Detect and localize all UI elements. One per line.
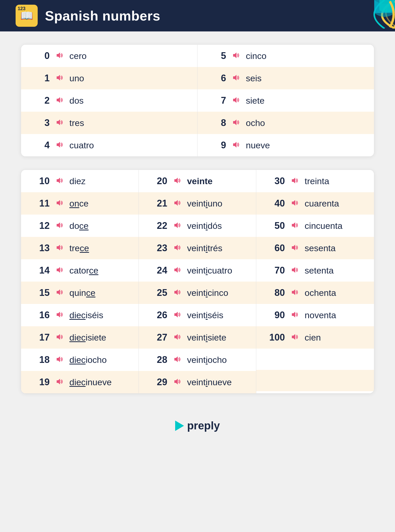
speaker-icon[interactable] xyxy=(289,265,300,276)
table-row[interactable]: 24 veinticuatro xyxy=(139,259,256,282)
table-row[interactable]: 30 treinta xyxy=(256,170,374,192)
table-row[interactable]: 23 veintitrés xyxy=(139,237,256,259)
table-row[interactable]: 15 quince xyxy=(21,282,139,304)
number-digit: 70 xyxy=(267,265,285,276)
table-row[interactable]: 50 cincuenta xyxy=(256,215,374,237)
app-logo: 📖 123 xyxy=(16,5,38,27)
speaker-icon[interactable] xyxy=(172,176,182,187)
speaker-icon[interactable] xyxy=(54,176,65,187)
table-row[interactable]: 80 ochenta xyxy=(256,282,374,304)
table-row[interactable]: 13 trece xyxy=(21,237,139,259)
number-digit: 22 xyxy=(149,220,167,231)
spanish-word: veintitrés xyxy=(187,243,222,253)
table-row[interactable]: 6 seis xyxy=(198,67,374,89)
table-row[interactable]: 60 sesenta xyxy=(256,237,374,259)
speaker-icon[interactable] xyxy=(172,355,182,365)
table-row[interactable]: 90 noventa xyxy=(256,304,374,326)
speaker-icon[interactable] xyxy=(289,288,300,298)
speaker-icon[interactable] xyxy=(54,332,65,343)
speaker-icon[interactable] xyxy=(54,73,65,84)
numbers-0-9-table: 0 cero 1 uno 2 dos 3 tres 4 cuatro xyxy=(21,44,374,157)
table-row[interactable]: 100 cien xyxy=(256,326,374,349)
speaker-icon[interactable] xyxy=(172,288,182,298)
table-row[interactable]: 22 veintidós xyxy=(139,215,256,237)
number-digit: 1 xyxy=(31,73,50,84)
main-content: 0 cero 1 uno 2 dos 3 tres 4 cuatro xyxy=(21,44,374,414)
speaker-icon[interactable] xyxy=(231,95,241,106)
table-row[interactable]: 20 veinte xyxy=(139,170,256,192)
speaker-icon[interactable] xyxy=(54,221,65,231)
speaker-icon[interactable] xyxy=(172,377,182,388)
spanish-word: siete xyxy=(246,96,265,106)
speaker-icon[interactable] xyxy=(172,221,182,231)
table-row[interactable]: 21 veintiuno xyxy=(139,192,256,215)
number-digit: 50 xyxy=(267,220,285,231)
speaker-icon[interactable] xyxy=(231,73,241,84)
number-digit: 7 xyxy=(208,95,226,106)
table-row[interactable]: 12 doce xyxy=(21,215,139,237)
speaker-icon[interactable] xyxy=(231,140,241,151)
column-30-100: 30 treinta 40 cuarenta 50 cincuenta 60 s… xyxy=(256,170,374,393)
table-row[interactable]: 19 diecinueve xyxy=(21,371,139,393)
speaker-icon[interactable] xyxy=(289,243,300,254)
spanish-word: veintiuno xyxy=(187,198,222,209)
speaker-icon[interactable] xyxy=(54,355,65,365)
table-row[interactable]: 9 nueve xyxy=(198,134,374,156)
table-row[interactable]: 8 ocho xyxy=(198,112,374,134)
spanish-word: cincuenta xyxy=(305,221,343,231)
number-digit: 19 xyxy=(31,377,50,388)
table-row[interactable]: 5 cinco xyxy=(198,45,374,67)
table-row[interactable]: 17 diecisiete xyxy=(21,326,139,349)
table-row[interactable]: 14 catorce xyxy=(21,259,139,282)
speaker-icon[interactable] xyxy=(54,243,65,254)
speaker-icon[interactable] xyxy=(172,265,182,276)
speaker-icon[interactable] xyxy=(289,332,300,343)
speaker-icon[interactable] xyxy=(289,221,300,231)
speaker-icon[interactable] xyxy=(172,243,182,254)
number-digit: 60 xyxy=(267,243,285,254)
number-digit: 5 xyxy=(208,50,226,61)
speaker-icon[interactable] xyxy=(289,310,300,321)
table-row[interactable]: 18 dieciocho xyxy=(21,349,139,371)
table-row[interactable]: 29 veintinueve xyxy=(139,371,256,393)
speaker-icon[interactable] xyxy=(289,176,300,187)
table-row[interactable]: 26 veintiséis xyxy=(139,304,256,326)
table-row[interactable]: 4 cuatro xyxy=(21,134,197,156)
table-row[interactable]: 0 cero xyxy=(21,45,197,67)
table-row[interactable]: 7 siete xyxy=(198,89,374,112)
speaker-icon[interactable] xyxy=(54,377,65,388)
table-row[interactable]: 2 dos xyxy=(21,89,197,112)
speaker-icon[interactable] xyxy=(172,332,182,343)
table-row[interactable]: 3 tres xyxy=(21,112,197,134)
table-row[interactable]: 25 veinticinco xyxy=(139,282,256,304)
speaker-icon[interactable] xyxy=(54,140,65,151)
table-row[interactable]: 27 veintisiete xyxy=(139,326,256,349)
table-row[interactable]: 16 dieciséis xyxy=(21,304,139,326)
spanish-word: veintiséis xyxy=(187,310,223,320)
speaker-icon[interactable] xyxy=(54,265,65,276)
speaker-icon[interactable] xyxy=(54,95,65,106)
table-row[interactable]: 1 uno xyxy=(21,67,197,89)
speaker-icon[interactable] xyxy=(172,310,182,321)
spanish-word: nueve xyxy=(246,140,270,150)
header-decoration xyxy=(317,0,395,29)
speaker-icon[interactable] xyxy=(54,198,65,209)
speaker-icon[interactable] xyxy=(54,288,65,298)
table-row[interactable]: 11 once xyxy=(21,192,139,215)
table-row[interactable]: 10 diez xyxy=(21,170,139,192)
speaker-icon[interactable] xyxy=(54,118,65,128)
table-row[interactable]: 70 setenta xyxy=(256,259,374,282)
column-10-19: 10 diez 11 once 12 doce 13 trece 14 c xyxy=(21,170,139,393)
number-digit: 3 xyxy=(31,117,50,128)
speaker-icon[interactable] xyxy=(54,51,65,61)
number-digit: 9 xyxy=(208,140,226,151)
speaker-icon[interactable] xyxy=(289,198,300,209)
speaker-icon[interactable] xyxy=(172,198,182,209)
table-row[interactable]: 40 cuarenta xyxy=(256,192,374,215)
table-row[interactable]: 28 veintiocho xyxy=(139,349,256,371)
speaker-icon[interactable] xyxy=(231,118,241,128)
spanish-word: cinco xyxy=(246,51,266,61)
speaker-icon[interactable] xyxy=(54,310,65,321)
number-digit: 10 xyxy=(31,176,50,187)
speaker-icon[interactable] xyxy=(231,51,241,61)
